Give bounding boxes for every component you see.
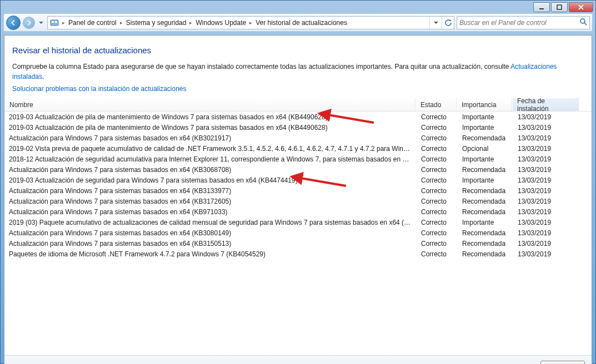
column-headers: Nombre Estado Importancia Fecha de insta…: [4, 98, 592, 112]
cell-status: Correcto: [417, 250, 458, 258]
cell-importance: Recomendada: [458, 187, 513, 195]
cell-date: 13/03/2019: [513, 176, 580, 184]
cell-name: Actualización para Windows 7 para sistem…: [4, 229, 417, 237]
cell-importance: Recomendada: [458, 250, 513, 258]
cell-date: 13/03/2019: [513, 198, 580, 205]
cell-date: 13/03/2019: [513, 134, 580, 142]
troubleshoot-link[interactable]: Solucionar problemas con la instalación …: [12, 84, 187, 94]
table-row[interactable]: Actualización para Windows 7 para sistem…: [4, 164, 592, 175]
table-row[interactable]: 2018-12 Actualización de seguridad acumu…: [4, 154, 592, 164]
chevron-right-icon: ▸: [188, 20, 193, 26]
cell-importance: Importante: [458, 124, 513, 132]
cell-importance: Recomendada: [458, 208, 513, 216]
cell-importance: Recomendada: [458, 134, 513, 142]
chevron-right-icon: ▸: [248, 20, 253, 26]
col-header-date[interactable]: Fecha de instalación: [512, 98, 579, 111]
search-icon: [579, 18, 587, 28]
table-row[interactable]: Actualización para Windows 7 para sistem…: [4, 206, 592, 217]
window-frame: ▸ Panel de control ▸ Sistema y seguridad…: [0, 0, 596, 364]
navigation-bar: ▸ Panel de control ▸ Sistema y seguridad…: [4, 14, 592, 32]
table-row[interactable]: Actualización para Windows 7 para sistem…: [4, 133, 592, 143]
content-area: Revisar el historial de actualizaciones …: [4, 35, 592, 364]
cell-date: 13/03/2019: [513, 124, 580, 132]
cell-name: 2019-03 Actualización de seguridad para …: [4, 176, 417, 184]
breadcrumb[interactable]: ▸ Panel de control ▸ Sistema y seguridad…: [47, 16, 454, 29]
cell-importance: Importante: [458, 155, 513, 163]
breadcrumb-dropdown[interactable]: [429, 17, 442, 29]
cell-name: 2018-12 Actualización de seguridad acumu…: [4, 155, 417, 163]
cell-status: Correcto: [417, 113, 458, 121]
cell-status: Correcto: [417, 208, 458, 216]
svg-point-5: [580, 19, 585, 23]
rows-container: 2019-03 Actualización de pila de manteni…: [4, 112, 592, 259]
col-header-importance[interactable]: Importancia: [457, 98, 512, 111]
svg-rect-3: [52, 21, 54, 23]
update-list: Nombre Estado Importancia Fecha de insta…: [4, 98, 592, 355]
cell-status: Correcto: [417, 187, 458, 195]
cell-name: Actualización para Windows 7 para sistem…: [4, 240, 417, 247]
search-input[interactable]: [459, 19, 579, 27]
col-header-name[interactable]: Nombre: [4, 98, 415, 111]
refresh-button[interactable]: [442, 17, 454, 29]
cell-importance: Recomendada: [458, 229, 513, 237]
table-row[interactable]: 2019-03 Actualización de seguridad para …: [4, 175, 592, 185]
cell-status: Correcto: [417, 134, 458, 142]
table-row[interactable]: 2019 (03) Paquete acumulativo de actuali…: [4, 217, 592, 228]
close-button[interactable]: [569, 2, 593, 12]
cell-name: Actualización para Windows 7 para sistem…: [4, 166, 417, 174]
page-description: Compruebe la columna Estado para asegura…: [12, 62, 584, 94]
col-header-status[interactable]: Estado: [415, 98, 457, 111]
cell-name: Actualización para Windows 7 para sistem…: [4, 208, 417, 216]
cell-name: Actualización para Windows 7 para sistem…: [4, 187, 417, 195]
table-row[interactable]: 2019-02 Vista previa de paquete acumulat…: [4, 143, 592, 154]
maximize-button[interactable]: [551, 2, 568, 12]
table-row[interactable]: Actualización para Windows 7 para sistem…: [4, 228, 592, 238]
cell-date: 13/03/2019: [513, 208, 580, 216]
cell-name: 2019-03 Actualización de pila de manteni…: [4, 124, 417, 132]
cell-status: Correcto: [417, 219, 458, 226]
table-row[interactable]: Actualización para Windows 7 para sistem…: [4, 185, 592, 196]
table-row[interactable]: 2019-03 Actualización de pila de manteni…: [4, 112, 592, 122]
cell-status: Correcto: [417, 155, 458, 163]
cell-status: Correcto: [417, 124, 458, 132]
cell-importance: Recomendada: [458, 166, 513, 174]
cell-status: Correcto: [417, 166, 458, 174]
cell-importance: Importante: [458, 113, 513, 121]
chevron-right-icon: ▸: [119, 20, 124, 26]
cell-importance: Opcional: [458, 145, 513, 153]
search-box[interactable]: [457, 16, 590, 29]
cell-importance: Importante: [458, 219, 513, 226]
breadcrumb-segment[interactable]: Ver historial de actualizaciones: [253, 19, 349, 27]
cell-date: 13/03/2019: [513, 166, 580, 174]
control-panel-icon: [50, 18, 59, 27]
breadcrumb-segment[interactable]: Panel de control: [66, 19, 119, 27]
minimize-button[interactable]: [533, 2, 550, 12]
forward-button[interactable]: [23, 17, 35, 29]
cell-date: 13/03/2019: [513, 187, 580, 195]
cell-name: Actualización para Windows 7 para sistem…: [4, 134, 417, 142]
table-row[interactable]: Actualización para Windows 7 para sistem…: [4, 196, 592, 206]
cell-date: 13/03/2019: [513, 113, 580, 121]
table-row[interactable]: Actualización para Windows 7 para sistem…: [4, 238, 592, 249]
breadcrumb-segment[interactable]: Windows Update: [193, 19, 248, 27]
back-button[interactable]: [6, 16, 21, 30]
cell-importance: Importante: [458, 176, 513, 184]
table-row[interactable]: Paquetes de idioma de Microsoft .NET Fra…: [4, 249, 592, 259]
cell-status: Correcto: [417, 229, 458, 237]
table-row[interactable]: 2019-03 Actualización de pila de manteni…: [4, 122, 592, 133]
cell-date: 13/03/2019: [513, 229, 580, 237]
history-dropdown[interactable]: [37, 17, 45, 28]
page-title: Revisar el historial de actualizaciones: [12, 46, 584, 55]
breadcrumb-segment[interactable]: Sistema y seguridad: [124, 19, 189, 27]
cell-date: 13/03/2019: [513, 250, 580, 258]
footer: Aceptar: [4, 355, 592, 364]
cell-status: Correcto: [417, 176, 458, 184]
cell-name: 2019-02 Vista previa de paquete acumulat…: [4, 145, 417, 153]
cell-name: 2019 (03) Paquete acumulativo de actuali…: [4, 219, 417, 226]
svg-rect-1: [557, 5, 562, 9]
cell-status: Correcto: [417, 145, 458, 153]
accept-button[interactable]: Aceptar: [540, 361, 585, 365]
cell-name: 2019-03 Actualización de pila de manteni…: [4, 113, 417, 121]
cell-date: 13/03/2019: [513, 219, 580, 226]
cell-name: Paquetes de idioma de Microsoft .NET Fra…: [4, 250, 417, 258]
